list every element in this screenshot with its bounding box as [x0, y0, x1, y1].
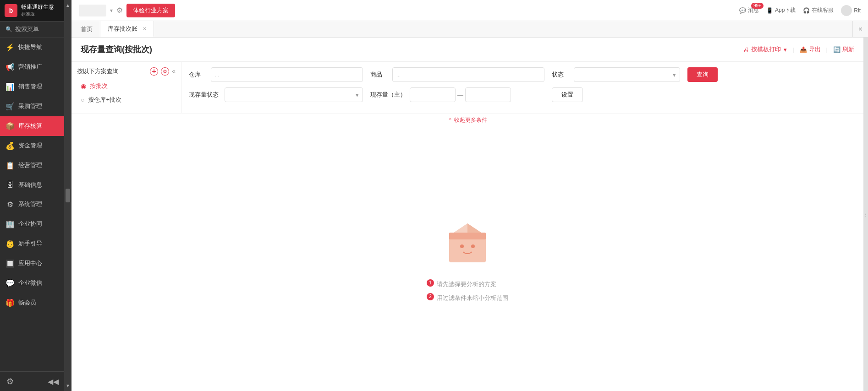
sidebar-item-enterprise[interactable]: 🏢 企业协同 [0, 214, 64, 234]
scheme-item-batch-label: 按批次 [90, 82, 108, 90]
search-icon: 🔍 [5, 26, 12, 33]
warehouse-dots: ... [215, 72, 219, 77]
topbar: ▾ ⚙ 体验行业方案 💬 消息 99+ 📱 App下载 🎧 在线客服 Rit [71, 0, 868, 21]
app-download-btn[interactable]: 📱 App下载 [766, 6, 796, 14]
qty-max-input[interactable] [465, 87, 511, 102]
product-label: 商品 [370, 71, 389, 79]
status-label: 状态 [552, 71, 570, 79]
qty-range-sep: — [457, 92, 463, 98]
sidebar-item-inventory[interactable]: 📦 库存核算 [0, 116, 64, 136]
nav-label-enterprise: 企业协同 [18, 220, 42, 228]
nav-label-marketing: 营销推广 [18, 63, 42, 71]
scroll-thumb[interactable] [66, 189, 70, 202]
print-dropdown-icon[interactable]: ▾ [784, 46, 787, 53]
page-header: 现存量查询(按批次) 🖨 按模板打印 ▾ | 📤 导出 | 🔄 [71, 38, 863, 62]
scheme-add-btn[interactable]: + [150, 67, 158, 76]
message-icon: 💬 [739, 7, 746, 14]
topbar-right: 💬 消息 99+ 📱 App下载 🎧 在线客服 Rit [739, 5, 861, 16]
sidebar-item-marketing[interactable]: 📢 营销推广 [0, 57, 64, 77]
scheme-collapse-btn[interactable]: « [172, 67, 176, 76]
page-close-btn[interactable]: × [852, 21, 868, 37]
settings-footer-icon[interactable]: ⚙ [5, 376, 15, 386]
topbar-gear-icon[interactable]: ⚙ [116, 6, 123, 15]
sidebar-item-quick[interactable]: ⚡ 快捷导航 [0, 38, 64, 57]
svg-point-6 [471, 244, 475, 248]
sidebar-item-finance[interactable]: 💰 资金管理 [0, 136, 64, 156]
nav-icon-quick: ⚡ [5, 43, 15, 52]
nav-icon-finance: 💰 [5, 141, 15, 150]
status-dropdown-icon: ▾ [673, 71, 676, 78]
inv-status-select[interactable]: ▾ [225, 87, 363, 102]
warehouse-label: 仓库 [189, 71, 207, 79]
empty-tip-2: 2 用过滤条件来缩小分析范围 [427, 292, 508, 304]
sidebar-search[interactable]: 🔍 搜索菜单 [0, 22, 64, 38]
product-dots: ... [396, 72, 401, 77]
sidebar-item-wechat[interactable]: 💬 企业微信 [0, 273, 64, 293]
sidebar-item-operation[interactable]: 📋 经营管理 [0, 156, 64, 175]
nav-icon-basic: 🗄 [5, 181, 15, 189]
scheme-item-batch[interactable]: ◉ 按批次 [77, 79, 176, 93]
topbar-breadcrumb [79, 5, 106, 16]
empty-tip-1-text: 请先选择要分析的方案 [437, 278, 496, 290]
sidebar-item-sales[interactable]: 📊 销售管理 [0, 77, 64, 97]
empty-tips: 1 请先选择要分析的方案 2 用过滤条件来缩小分析范围 [427, 278, 508, 304]
sidebar-item-purchase[interactable]: 🛒 采购管理 [0, 97, 64, 116]
sidebar-item-system[interactable]: ⚙ 系统管理 [0, 195, 64, 214]
sidebar-item-basic[interactable]: 🗄 基础信息 [0, 175, 64, 195]
online-service-btn[interactable]: 🎧 在线客服 [803, 6, 834, 14]
inv-status-dropdown-icon: ▾ [356, 92, 359, 98]
qty-min-input[interactable] [410, 87, 456, 102]
collapse-conditions-btn[interactable]: ⌃ 收起更多条件 [71, 113, 863, 127]
filter-status-field: 状态 ▾ [552, 67, 680, 82]
sidebar-search-label: 搜索菜单 [15, 25, 39, 33]
topbar-left: ▾ ⚙ 体验行业方案 [79, 4, 734, 17]
nav-label-basic: 基础信息 [18, 181, 42, 189]
tab-close-icon[interactable]: × [143, 26, 146, 32]
product-input[interactable]: ... [392, 67, 544, 82]
scheme-settings-btn[interactable]: ⚙ [161, 67, 169, 76]
svg-rect-0 [449, 237, 486, 262]
tab-home[interactable]: 首页 [71, 21, 100, 37]
refresh-btn[interactable]: 🔄 刷新 [833, 45, 854, 54]
query-btn[interactable]: 查询 [687, 67, 718, 82]
refresh-label: 刷新 [842, 45, 854, 54]
right-scroll-handle[interactable]: ⋮ [863, 38, 868, 391]
nav-label-operation: 经营管理 [18, 161, 42, 169]
user-menu-btn[interactable]: Rit [841, 5, 861, 16]
collapse-sidebar-icon[interactable]: ◀◀ [48, 377, 59, 386]
collapse-chevron-icon: ⌃ [448, 117, 452, 124]
sidebar-item-newbie[interactable]: 👶 新手引导 [0, 234, 64, 254]
experience-industry-btn[interactable]: 体验行业方案 [126, 4, 175, 17]
scheme-item-batch-icon: ◉ [81, 82, 86, 90]
scheme-actions: + ⚙ « [150, 67, 176, 76]
nav-label-newbie: 新手引导 [18, 239, 42, 248]
scroll-down-arrow[interactable]: ▼ [64, 381, 71, 390]
print-btn[interactable]: 🖨 按模板打印 ▾ [743, 45, 787, 54]
filter-fields: 仓库 ... 商品 ... [181, 62, 863, 113]
nav-icon-operation: 📋 [5, 161, 15, 170]
warehouse-input[interactable]: ... [211, 67, 363, 82]
sidebar-item-vip[interactable]: 🎁 畅会员 [0, 293, 64, 313]
nav-icon-system: ⚙ [5, 200, 15, 209]
settings-btn[interactable]: 设置 [552, 87, 583, 102]
breadcrumb-dropdown-icon[interactable]: ▾ [110, 7, 113, 14]
messages-btn[interactable]: 💬 消息 99+ [739, 6, 759, 14]
export-btn[interactable]: 📤 导出 [800, 45, 821, 54]
tab-inventory-batch[interactable]: 库存批次账 × [100, 21, 154, 37]
scroll-handle-icon: ⋮ [863, 212, 868, 217]
status-select[interactable]: ▾ [574, 67, 680, 82]
scheme-item-warehouse-batch[interactable]: ○ 按仓库+批次 [77, 93, 176, 107]
scheme-title: 按以下方案查询 [77, 67, 119, 76]
nav-label-purchase: 采购管理 [18, 102, 42, 110]
filter-panel: 按以下方案查询 + ⚙ « ◉ 按批次 [71, 62, 863, 127]
empty-tip-1: 1 请先选择要分析的方案 [427, 278, 508, 290]
tab-inventory-batch-label: 库存批次账 [108, 25, 137, 33]
scroll-up-arrow[interactable]: ▲ [64, 1, 71, 10]
export-icon: 📤 [800, 46, 807, 53]
nav-label-inventory: 库存核算 [18, 122, 42, 130]
settings-btn-wrap: 设置 [552, 87, 583, 102]
sidebar-footer: ⚙ ◀◀ [0, 371, 64, 391]
nav-label-system: 系统管理 [18, 200, 42, 208]
sidebar-item-apps[interactable]: 🔲 应用中心 [0, 254, 64, 273]
nav-label-quick: 快捷导航 [18, 43, 42, 51]
